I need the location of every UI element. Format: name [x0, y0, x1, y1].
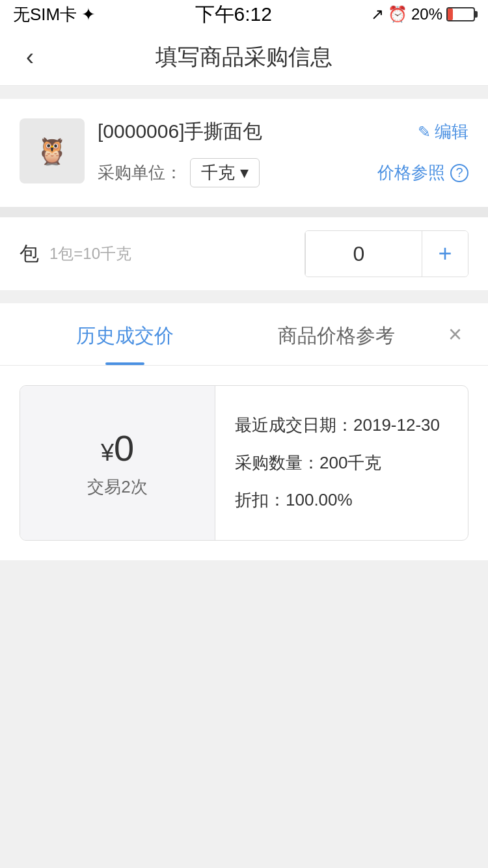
trade-count: 交易2次	[87, 476, 147, 498]
alarm-icon: ⏰	[388, 5, 407, 23]
product-name: [0000006]手撕面包	[98, 118, 262, 145]
status-time: 下午6:12	[195, 1, 272, 28]
tab-product-price-reference[interactable]: 商品价格参考	[230, 303, 441, 365]
tab-area: 历史成交价 商品价格参考 × ¥0 交易2次 最近成交日期：2019-12-30…	[0, 303, 488, 560]
page-title: 填写商品采购信息	[156, 42, 332, 72]
recent-date-value: 2019-12-30	[353, 415, 440, 435]
status-bar: 无SIM卡 ✦ 下午6:12 ↗ ⏰ 20%	[0, 0, 488, 29]
price-details: 最近成交日期：2019-12-30 采购数量：200千克 折扣：100.00%	[215, 386, 468, 540]
unit-desc: 1包=10千克	[49, 243, 131, 264]
product-card: 🦉 [0000006]手撕面包 ✎ 编辑 采购单位： 千克 ▾ 价格参照 ?	[0, 99, 488, 207]
section-divider	[0, 207, 488, 217]
status-left: 无SIM卡 ✦	[13, 3, 96, 26]
nav-bar: ‹ 填写商品采购信息	[0, 29, 488, 86]
discount-value: 100.00%	[286, 490, 353, 509]
quantity-row: 包 1包=10千克 0 +	[0, 217, 488, 290]
discount-label: 折扣：	[235, 490, 286, 509]
quantity-controls: 0 +	[305, 230, 468, 277]
product-bottom-row: 采购单位： 千克 ▾ 价格参照 ?	[98, 158, 468, 187]
price-reference-button[interactable]: 价格参照 ?	[377, 161, 468, 184]
location-icon: ↗	[371, 5, 384, 23]
main-content	[0, 560, 488, 868]
tab-close-button[interactable]: ×	[442, 314, 468, 355]
price-ref-label: 价格参照	[377, 161, 445, 184]
tab-header: 历史成交价 商品价格参考 ×	[0, 303, 488, 366]
price-display: ¥0	[101, 427, 134, 469]
status-right: ↗ ⏰ 20%	[371, 5, 475, 23]
price-card: ¥0 交易2次 最近成交日期：2019-12-30 采购数量：200千克 折扣：…	[20, 385, 468, 541]
quantity-input[interactable]: 0	[305, 231, 422, 277]
recent-date-row: 最近成交日期：2019-12-30	[235, 412, 448, 439]
edit-icon: ✎	[418, 123, 431, 141]
battery-text: 20%	[411, 5, 442, 23]
quantity-plus-button[interactable]: +	[422, 231, 468, 277]
recent-date-label: 最近成交日期：	[235, 415, 353, 435]
quantity-label: 包 1包=10千克	[20, 241, 131, 267]
tab-historical-price[interactable]: 历史成交价	[20, 303, 230, 365]
product-thumbnail: 🦉	[20, 118, 85, 183]
product-top-row: [0000006]手撕面包 ✎ 编辑	[98, 118, 468, 145]
unit-badge: 包	[20, 241, 39, 267]
currency-symbol: ¥	[101, 439, 114, 466]
purchase-unit-label: 采购单位：	[98, 161, 182, 184]
tab-underline	[105, 362, 144, 365]
price-number: 0	[114, 427, 134, 468]
unit-dropdown[interactable]: 千克 ▾	[190, 158, 260, 187]
product-image-placeholder: 🦉	[36, 136, 68, 167]
back-button[interactable]: ‹	[20, 37, 40, 77]
battery-icon	[446, 7, 475, 21]
carrier-text: 无SIM卡 ✦	[13, 3, 96, 26]
purchase-qty-label: 采购数量：	[235, 453, 319, 472]
edit-label: 编辑	[435, 120, 468, 143]
unit-value: 千克	[201, 161, 235, 184]
price-card-container: ¥0 交易2次 最近成交日期：2019-12-30 采购数量：200千克 折扣：…	[0, 366, 488, 560]
edit-button[interactable]: ✎ 编辑	[418, 120, 468, 143]
product-info: [0000006]手撕面包 ✎ 编辑 采购单位： 千克 ▾ 价格参照 ?	[98, 118, 468, 187]
info-icon: ?	[450, 164, 468, 182]
purchase-qty-row: 采购数量：200千克	[235, 450, 448, 477]
purchase-unit-row: 采购单位： 千克 ▾	[98, 158, 260, 187]
price-summary: ¥0 交易2次	[20, 386, 215, 540]
discount-row: 折扣：100.00%	[235, 487, 448, 514]
purchase-qty-value: 200千克	[319, 453, 381, 472]
dropdown-arrow: ▾	[240, 163, 249, 183]
